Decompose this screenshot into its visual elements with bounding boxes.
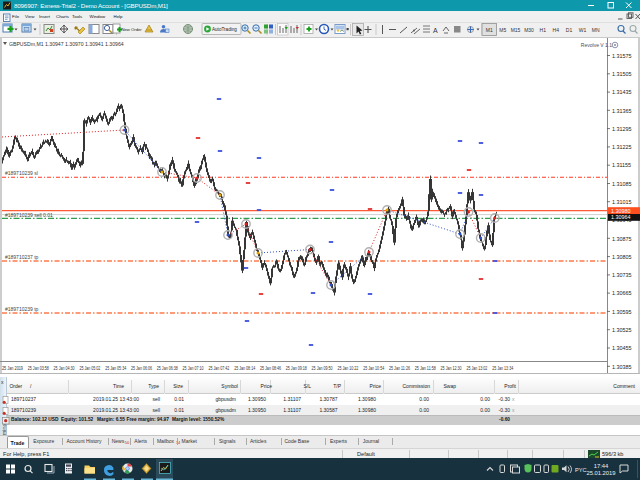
svg-text:1.30735: 1.30735: [612, 272, 632, 278]
svg-text:1.30805: 1.30805: [612, 254, 632, 260]
svg-text:1.30455: 1.30455: [612, 345, 632, 351]
svg-text:New Order: New Order: [122, 27, 143, 32]
svg-text:1.31365: 1.31365: [612, 108, 632, 114]
svg-text:1.31225: 1.31225: [612, 144, 632, 150]
svg-text:H1: H1: [540, 27, 547, 33]
svg-text:M1: M1: [486, 27, 493, 33]
svg-text:25 Jan 11:58: 25 Jan 11:58: [415, 366, 436, 371]
svg-text:1.31085: 1.31085: [612, 181, 632, 187]
svg-text:#189710239 sell 0.01: #189710239 sell 0.01: [5, 212, 53, 218]
svg-text:25 Jan 08:46: 25 Jan 08:46: [260, 366, 281, 371]
svg-text:1.31575: 1.31575: [612, 53, 632, 59]
svg-text:25.01.2019: 25.01.2019: [586, 470, 615, 476]
svg-text:W1: W1: [579, 27, 587, 33]
svg-text:AutoTrading: AutoTrading: [212, 27, 237, 32]
svg-text:#189710239 tp: #189710239 tp: [5, 306, 39, 312]
svg-text:25 Jan 06:38: 25 Jan 06:38: [157, 366, 178, 371]
svg-text:1.31505: 1.31505: [612, 71, 632, 77]
svg-text:#189710237 tp: #189710237 tp: [5, 254, 39, 260]
svg-text:1.30875: 1.30875: [612, 236, 632, 242]
svg-text:1.31435: 1.31435: [612, 89, 632, 95]
svg-text:25 Jan 04:30: 25 Jan 04:30: [54, 366, 75, 371]
svg-text:25 Jan 11:26: 25 Jan 11:26: [389, 366, 410, 371]
svg-text:1.30665: 1.30665: [612, 290, 632, 296]
svg-text:25 Jan 10:22: 25 Jan 10:22: [337, 366, 358, 371]
svg-text:25 Jan 12:30: 25 Jan 12:30: [441, 366, 462, 371]
svg-text:GBPUSDm,M1 1.30947 1.30970 1.: GBPUSDm,M1 1.30947 1.30970 1.30941 1.309…: [9, 41, 124, 47]
svg-text:M30: M30: [524, 27, 534, 33]
svg-text:D1: D1: [566, 27, 573, 33]
svg-text:1.31295: 1.31295: [612, 126, 632, 132]
svg-text:25 Jan 05:02: 25 Jan 05:02: [79, 366, 100, 371]
svg-text:25 Jan 2019: 25 Jan 2019: [2, 366, 23, 371]
svg-text:A: A: [433, 27, 438, 34]
svg-text:MN: MN: [592, 27, 600, 33]
svg-text:1.30385: 1.30385: [612, 364, 632, 370]
svg-text:1.31155: 1.31155: [612, 162, 631, 168]
svg-text:25 Jan 09:50: 25 Jan 09:50: [312, 366, 333, 371]
svg-text:25 Jan 10:54: 25 Jan 10:54: [363, 366, 384, 371]
svg-text:25 Jan 07:10: 25 Jan 07:10: [183, 366, 204, 371]
svg-text:25 Jan 05:34: 25 Jan 05:34: [105, 366, 126, 371]
svg-text:25 Jan 13:34: 25 Jan 13:34: [492, 366, 513, 371]
svg-text:PYC: PYC: [575, 467, 587, 473]
svg-text:1.30595: 1.30595: [612, 309, 632, 315]
svg-text:1.30525: 1.30525: [612, 327, 632, 333]
svg-text:Revolve V 1.1: Revolve V 1.1: [581, 42, 612, 48]
svg-text:#189710239 sl: #189710239 sl: [5, 170, 38, 176]
svg-text:25 Jan 06:06: 25 Jan 06:06: [131, 366, 152, 371]
svg-text:H4: H4: [553, 27, 560, 33]
svg-text:17:44: 17:44: [594, 463, 609, 469]
svg-text:25 Jan 09:18: 25 Jan 09:18: [286, 366, 307, 371]
svg-text:1.30964: 1.30964: [611, 214, 631, 220]
svg-text:25 Jan 13:02: 25 Jan 13:02: [466, 366, 487, 371]
svg-text:1.31015: 1.31015: [612, 199, 632, 205]
svg-text:M15: M15: [511, 27, 521, 33]
svg-text:M5: M5: [499, 27, 506, 33]
svg-text:25 Jan 03:58: 25 Jan 03:58: [28, 366, 49, 371]
svg-text:25 Jan 07:42: 25 Jan 07:42: [208, 366, 229, 371]
svg-text:1.30980: 1.30980: [611, 208, 631, 214]
svg-text:25 Jan 08:14: 25 Jan 08:14: [234, 366, 255, 371]
